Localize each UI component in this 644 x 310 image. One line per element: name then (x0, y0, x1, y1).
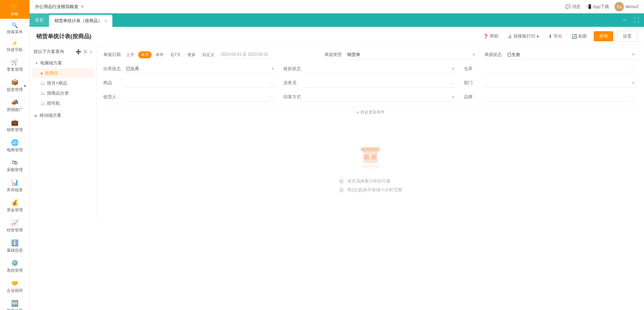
tree-group-mobile: ▶ 移动端方案 (32, 110, 94, 120)
sidebar-search[interactable]: 🔍 搜索菜单 (0, 19, 30, 37)
print-btn[interactable]: 🖨 按模板打印 ▾ (505, 32, 542, 41)
staff-input[interactable]: ··· (304, 78, 457, 88)
download-icon: 📲 (586, 4, 591, 9)
search-icon: 🔍 (11, 22, 18, 29)
main-content: 办公用品行业模拟账套 ▾ 💬 消息 📲 App下载 Ea demo2 首页 销货… (30, 0, 644, 310)
sidebar-quicknav[interactable]: ⚡ 快捷导航 (0, 37, 30, 55)
app-logo[interactable]: 🧡 标账 (0, 0, 30, 19)
collapse-panel-btn[interactable]: « (90, 49, 92, 54)
tab-close-icon[interactable]: ✕ (104, 19, 107, 23)
recv-select[interactable]: ▾ (304, 64, 457, 73)
sidebar-item-purchase[interactable]: 🛍 采购管理 (0, 156, 30, 175)
settings-scheme-btn[interactable]: ⚙ (83, 49, 88, 54)
warehouse-input[interactable]: ··· (484, 64, 637, 73)
topbar-title: 办公用品行业模拟账套 (35, 4, 78, 10)
export-label: 导出 (553, 33, 562, 39)
left-panel-actions: ➕ ⚙ « (75, 49, 92, 54)
quicknav-label: 快捷导航 (7, 47, 23, 53)
date-tab-7days[interactable]: 近7天 (168, 51, 183, 58)
product-dots[interactable]: ··· (270, 80, 274, 86)
brand-input[interactable]: ··· (484, 92, 637, 102)
svg-point-0 (360, 164, 380, 168)
filter-consignee: 收货人 ··· (103, 92, 277, 102)
consignee-input[interactable]: ··· (123, 92, 277, 102)
message-btn[interactable]: 💬 消息 (565, 4, 581, 10)
sidebar-item-enterprise[interactable]: 🤝 企业协同 (0, 276, 30, 296)
tree-group-mobile-header[interactable]: ▶ 移动端方案 (32, 110, 94, 120)
left-panel: 按以下方案查询 ➕ ⚙ « ▼ 电脑端方案 ● 按商品 (30, 45, 97, 218)
status-value: 已生效 (507, 52, 520, 58)
sidebar-item-finance[interactable]: 💰 资金管理 (0, 196, 30, 216)
basic-icon: ℹ️ (11, 239, 18, 247)
date-tab-this-year[interactable]: 本年 (153, 51, 166, 58)
tree-item-by-category[interactable]: 🗂 按商品分类 (32, 88, 94, 98)
product-input[interactable]: ··· (123, 78, 277, 88)
filter-warehouse: 仓库 ··· (464, 64, 637, 73)
app-download-btn[interactable]: 📲 App下载 (586, 4, 609, 10)
warehouse-dots[interactable]: ··· (631, 66, 635, 71)
staff-dots[interactable]: ··· (450, 80, 454, 86)
sidebar-item-inventory[interactable]: 📊 库存核算 (0, 175, 30, 196)
date-tab-last-month[interactable]: 上月 (123, 51, 137, 58)
dept-select[interactable]: ▾ (484, 78, 637, 88)
setting-btn[interactable]: 设置 (617, 31, 637, 42)
filter-area: 单据日期 上月 本月 本年 近7天 更多 自定义 20 (103, 50, 637, 118)
sidebar-item-ecommerce[interactable]: 🌐 电商管理 (0, 136, 30, 156)
sidebar-item-retail[interactable]: 🛒 零售管理 (0, 55, 30, 75)
refresh-btn[interactable]: 🔄 刷新 (569, 32, 590, 41)
right-content: 单据日期 上月 本月 本年 近7天 更多 自定义 20 (97, 45, 644, 218)
ecommerce-label: 电商管理 (7, 147, 23, 153)
sidebar-menu: 🛒 零售管理 📦 批发管理 ▲ 📣 营销推广 💼 销售管理 🌐 电商管理 🛍 采… (0, 55, 30, 310)
payment-select[interactable]: ▾ (304, 92, 457, 102)
sidebar-item-marketing[interactable]: 📣 营销推广 (0, 95, 30, 115)
user-menu[interactable]: Ea demo2 (614, 2, 639, 11)
topbar: 办公用品行业模拟账套 ▾ 💬 消息 📲 App下载 Ea demo2 (30, 0, 644, 13)
sidebar-item-guide[interactable]: 🆕 新手引导 (0, 296, 30, 310)
filter-date: 单据日期 上月 本月 本年 近7天 更多 自定义 20 (103, 51, 318, 58)
type-select[interactable]: 销货单 ▾ (344, 50, 477, 59)
out-label: 出库状态 (103, 66, 123, 72)
tree-item-by-product[interactable]: ● 按商品 (32, 68, 94, 78)
collapse-label: 收起更多条件 (361, 109, 385, 115)
collapse-btn[interactable]: ∧ 收起更多条件 (356, 109, 385, 115)
brand-dots[interactable]: ··· (631, 94, 635, 100)
status-select[interactable]: 已生效 ▾ (504, 50, 637, 59)
date-tab-more[interactable]: 更多 (185, 51, 198, 58)
purchase-icon: 🛍 (12, 159, 18, 166)
query-btn[interactable]: 查询 (594, 31, 613, 41)
print-icon: 🖨 (508, 34, 512, 39)
date-tab-this-month[interactable]: 本月 (138, 51, 152, 58)
refresh-label: 刷新 (578, 33, 587, 39)
tree-group-desktop-label: 电脑端方案 (40, 60, 62, 66)
sidebar-item-system[interactable]: ⚙️ 系统管理 (0, 256, 30, 276)
sidebar-item-wholesale[interactable]: 📦 批发管理 ▲ (0, 75, 30, 95)
consignee-label: 收货人 (103, 94, 123, 100)
status-label: 单据状态 (484, 52, 504, 58)
tree-group-desktop-header[interactable]: ▼ 电脑端方案 (32, 58, 94, 68)
tree-item-by-month-product[interactable]: 🗂 按月+商品 (32, 78, 94, 88)
sidebar-item-sales[interactable]: 💼 销售管理 (0, 115, 30, 136)
left-panel-title: 按以下方案查询 (34, 49, 64, 55)
add-scheme-btn[interactable]: ➕ (75, 49, 81, 54)
tree-group-mobile-label: 移动端方案 (40, 112, 61, 118)
tab-home[interactable]: 首页 (30, 13, 49, 27)
filter-type: 单据类型 销货单 ▾ (324, 50, 477, 59)
warehouse-label: 仓库 (464, 66, 484, 72)
out-select[interactable]: 已出库 ▾ (123, 64, 277, 73)
date-tab-custom[interactable]: 自定义 (200, 51, 217, 58)
tab-minimize-btn[interactable]: ─ (620, 15, 629, 25)
date-label: 单据日期 (103, 52, 123, 58)
date-range-value[interactable]: 2023-03-01 至 2023-03-31 (218, 51, 271, 58)
export-btn[interactable]: ⬇ 导出 (546, 32, 565, 41)
by-driver-label: 按司机 (47, 100, 60, 106)
sidebar-item-operations[interactable]: 📈 经营管理 (0, 216, 30, 236)
retail-icon: 🛒 (11, 58, 18, 66)
inventory-icon: 📊 (11, 179, 18, 186)
sidebar-item-basic[interactable]: ℹ️ 基础信息 (0, 236, 30, 256)
tree-item-by-driver[interactable]: 🗂 按司机 (32, 98, 94, 108)
consignee-dots[interactable]: ··· (270, 94, 274, 100)
tab-report[interactable]: 销货单统计表（按商品） ✕ (49, 15, 112, 27)
topbar-dropdown[interactable]: ▾ (81, 4, 84, 9)
tab-maximize-btn[interactable]: ⛶ (632, 15, 641, 25)
help-btn[interactable]: ❓ 帮助 (480, 32, 501, 41)
